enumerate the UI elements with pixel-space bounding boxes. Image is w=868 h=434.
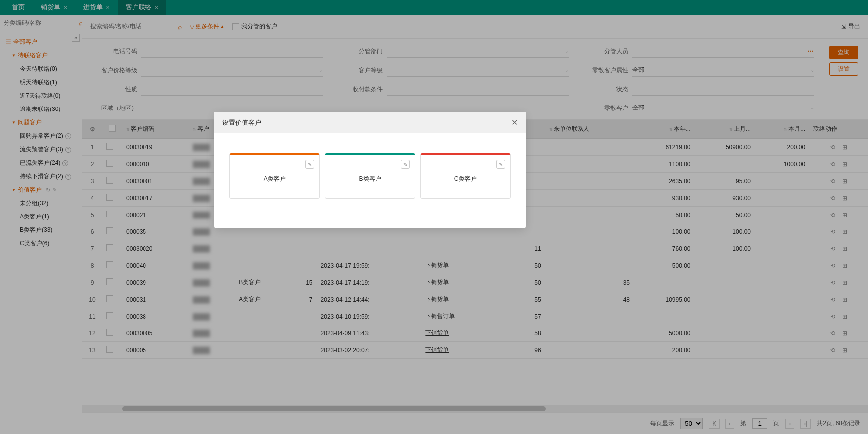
edit-icon[interactable]: ✎ xyxy=(305,160,314,169)
close-icon[interactable]: ✕ xyxy=(511,118,518,127)
value-card-b[interactable]: ✎ B类客户 xyxy=(325,153,416,199)
modal-body: ✎ A类客户 ✎ B类客户 ✎ C类客户 xyxy=(214,133,526,228)
card-label: C类客户 xyxy=(426,175,505,183)
value-card-a[interactable]: ✎ A类客户 xyxy=(229,153,320,199)
modal-title: 设置价值客户 xyxy=(222,118,261,127)
card-label: B类客户 xyxy=(330,175,410,183)
value-card-c[interactable]: ✎ C类客户 xyxy=(420,153,511,199)
edit-icon[interactable]: ✎ xyxy=(496,160,505,169)
modal-header: 设置价值客户 ✕ xyxy=(214,112,526,133)
value-customer-modal: 设置价值客户 ✕ ✎ A类客户 ✎ B类客户 ✎ C类客户 xyxy=(214,112,526,228)
card-label: A类客户 xyxy=(235,175,314,183)
edit-icon[interactable]: ✎ xyxy=(401,160,410,169)
